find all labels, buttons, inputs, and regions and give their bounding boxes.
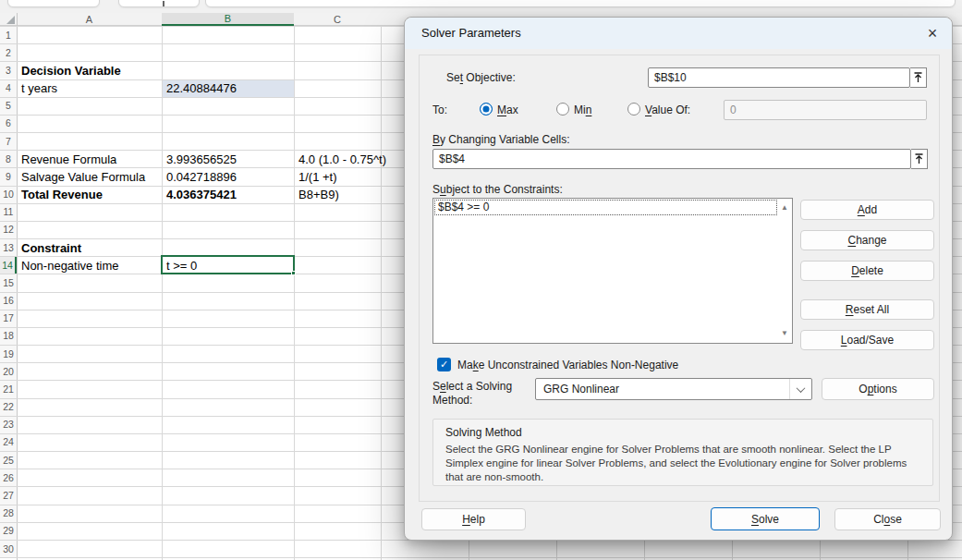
row-header-5[interactable]: 5 — [0, 97, 17, 115]
insert-function-box[interactable] — [118, 0, 200, 7]
cell-C10[interactable]: B8+B9) — [295, 187, 381, 203]
row-header-9[interactable]: 9 — [0, 167, 17, 185]
column-header-A[interactable]: A — [17, 13, 162, 26]
set-objective-input[interactable]: $B$10 — [648, 67, 910, 88]
check-icon: ✓ — [440, 359, 448, 371]
radio-value-of-label: Value Of: — [645, 103, 690, 116]
solving-method-dropdown[interactable]: GRG Nonlinear — [535, 378, 812, 400]
constraints-listbox[interactable]: $B$4 >= 0 ▲ ▼ — [432, 198, 793, 344]
non-negative-label: Make Unconstrained Variables Non-Negativ… — [457, 359, 678, 371]
row-header-11[interactable]: 11 — [0, 203, 17, 221]
select-all-corner[interactable] — [6, 16, 15, 24]
cell-A8[interactable]: Revenue Formula — [18, 151, 162, 167]
value-of-input[interactable]: 0 — [724, 100, 927, 120]
scroll-down-icon[interactable]: ▼ — [781, 330, 788, 337]
set-objective-label: Set Objective: — [446, 71, 516, 84]
gridline — [381, 26, 382, 560]
scroll-up-icon[interactable]: ▲ — [781, 204, 788, 212]
cell-A4[interactable]: t years — [18, 80, 162, 97]
help-button[interactable]: Help — [421, 508, 526, 530]
name-box[interactable] — [7, 0, 100, 7]
cell-A13[interactable]: Constraint — [18, 239, 162, 256]
row-header-30[interactable]: 30 — [0, 540, 17, 557]
cell-A10[interactable]: Total Revenue — [18, 187, 162, 203]
set-objective-value: $B$10 — [654, 71, 687, 84]
variable-cells-label: By Changing Variable Cells: — [432, 133, 570, 146]
column-header-C[interactable]: C — [294, 13, 381, 26]
cell-B8[interactable]: 3.993656525 — [163, 151, 294, 167]
row-header-21[interactable]: 21 — [0, 380, 17, 397]
variable-cells-range-picker-icon[interactable] — [911, 149, 928, 169]
row-header-18[interactable]: 18 — [0, 327, 17, 345]
row-header-24[interactable]: 24 — [0, 433, 17, 451]
app-window: ABC1234567891011121314151617181920212223… — [0, 0, 962, 560]
change-button[interactable]: Change — [800, 230, 934, 250]
constraint-item[interactable]: $B$4 >= 0 — [434, 200, 777, 215]
solving-method-info-text: Select the GRG Nonlinear engine for Solv… — [445, 443, 920, 484]
add-button[interactable]: Add — [800, 200, 934, 220]
radio-value-of[interactable] — [627, 103, 640, 116]
cell-A9[interactable]: Salvage Value Formula — [18, 168, 162, 185]
row-header-1[interactable]: 1 — [0, 26, 17, 43]
non-negative-checkbox[interactable]: ✓ — [437, 358, 451, 371]
column-header-B[interactable]: B — [162, 13, 294, 26]
fill-handle[interactable] — [291, 271, 296, 275]
row-header-28[interactable]: 28 — [0, 505, 17, 522]
row-header-16[interactable]: 16 — [0, 292, 17, 310]
solve-button[interactable]: Solve — [711, 507, 820, 530]
row-header-4[interactable]: 4 — [0, 79, 17, 97]
row-header-22[interactable]: 22 — [0, 398, 17, 416]
row-header-3[interactable]: 3 — [0, 61, 17, 79]
solving-method-label: Select a Solving Method: — [432, 380, 530, 408]
gridline — [294, 26, 295, 560]
row-header-17[interactable]: 17 — [0, 310, 17, 327]
cell-B9[interactable]: 0.042718896 — [163, 168, 294, 185]
radio-max[interactable] — [480, 103, 493, 116]
cell-C9[interactable]: 1/(1 +t) — [295, 168, 381, 185]
solving-method-value: GRG Nonlinear — [536, 383, 789, 396]
row-header-23[interactable]: 23 — [0, 416, 17, 433]
row-header-29[interactable]: 29 — [0, 522, 17, 540]
row-header-10[interactable]: 10 — [0, 186, 17, 203]
row-header-13[interactable]: 13 — [0, 238, 17, 256]
row-header-25[interactable]: 25 — [0, 451, 17, 469]
row-header-8[interactable]: 8 — [0, 150, 17, 167]
close-icon[interactable]: × — [920, 21, 944, 45]
row-header-20[interactable]: 20 — [0, 362, 17, 380]
cell-B4[interactable]: 22.40884476 — [163, 80, 294, 97]
reset-all-button[interactable]: Reset All — [800, 299, 934, 320]
row-header-7[interactable]: 7 — [0, 132, 17, 150]
active-cell-border[interactable] — [161, 255, 295, 274]
fx-icon — [163, 1, 164, 6]
cell-A14[interactable]: Non-negative time — [18, 257, 162, 274]
cell-C8[interactable]: 4.0 (1.0 - 0.75^t) — [295, 151, 381, 167]
variable-cells-input[interactable]: $B$4 — [432, 149, 911, 169]
row-header-14[interactable]: 14 — [0, 256, 17, 274]
chevron-down-icon — [789, 379, 811, 399]
load-save-button[interactable]: Load/Save — [800, 330, 934, 350]
row-header-15[interactable]: 15 — [0, 274, 17, 291]
row-header-26[interactable]: 26 — [0, 469, 17, 486]
radio-max-label: Max — [497, 103, 518, 116]
solving-method-info-title: Solving Method — [445, 426, 522, 439]
to-label: To: — [432, 103, 447, 116]
gridline — [162, 26, 163, 560]
options-button[interactable]: Options — [822, 378, 934, 400]
solving-method-infobox: Solving Method Select the GRG Nonlinear … — [432, 419, 933, 486]
gridline — [0, 557, 962, 558]
row-header-12[interactable]: 12 — [0, 221, 17, 238]
row-header-2[interactable]: 2 — [0, 43, 17, 61]
delete-button[interactable]: Delete — [800, 261, 934, 281]
row-header-19[interactable]: 19 — [0, 345, 17, 362]
cell-A3[interactable]: Decision Variable — [18, 62, 162, 79]
row-header-6[interactable]: 6 — [0, 115, 17, 132]
cell-B10[interactable]: 4.036375421 — [163, 187, 294, 203]
row-header-27[interactable]: 27 — [0, 486, 17, 504]
constraints-label: Subject to the Constraints: — [432, 183, 563, 196]
objective-range-picker-icon[interactable] — [910, 67, 927, 88]
dialog-title: Solver Parameters — [421, 18, 521, 49]
radio-min[interactable] — [556, 103, 569, 116]
solver-parameters-dialog: Solver Parameters × Set Objective: $B$10… — [404, 17, 953, 541]
formula-bar[interactable] — [205, 0, 956, 7]
close-button[interactable]: Close — [834, 508, 941, 530]
